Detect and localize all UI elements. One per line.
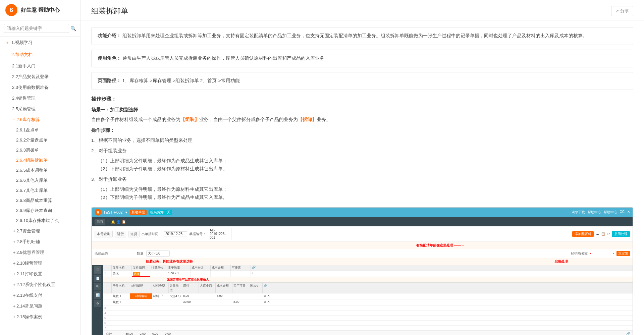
ss-docno-field[interactable]: AD-20191226-001 — [208, 228, 231, 240]
sidebar-item-coupon[interactable]: ＋ 2.9优惠券管理 — [0, 247, 80, 258]
ss-icon-bar-item[interactable]: ☰ — [94, 266, 101, 274]
ss-td-action[interactable]: + — [251, 271, 260, 277]
sidebar-item-video[interactable]: ＋ 1.视频学习 — [0, 37, 80, 49]
sidebar-item-outbound[interactable]: 2.6.7其他出库单 — [0, 185, 80, 196]
sidebar-item-inventory[interactable]: － 2.6库存核算 — [0, 114, 80, 125]
ss-btd2-10[interactable]: ⊕ ✕ — [263, 299, 272, 305]
sidebar-item-transfer[interactable]: 2.6.3调拨单 — [0, 145, 80, 155]
ss-btd-10[interactable]: ⊕ ✕ — [263, 293, 272, 299]
ss-warehouse-field[interactable] — [111, 253, 134, 254]
ss-date-field[interactable]: 2019-12-28 — [164, 231, 187, 236]
sidebar-item-mobile[interactable]: ＋ 2.8手机旺铺 — [0, 236, 80, 247]
ss-nav-tab[interactable]: 组装拆卸一天 — [149, 210, 172, 215]
sidebar-sub-label: 2.12系统个性化设置 — [16, 282, 55, 288]
expand-icon: ＋ — [12, 292, 16, 298]
ss-icon-bar-item3[interactable]: 🔍 — [94, 283, 101, 290]
sidebar-item-label: 1.视频学习 — [11, 40, 33, 46]
sidebar-subsub-label: 2.6.3调拨单 — [16, 148, 39, 153]
ss-th-3: 计量单位 — [150, 265, 167, 271]
sidebar-sub-label: 2.4销售管理 — [12, 95, 36, 101]
ss-enable-btn[interactable]: 启用处理 — [612, 231, 630, 237]
ss-btd4-rest — [112, 311, 130, 315]
sidebar-item-inbound[interactable]: 2.6.6其他入库单 — [0, 175, 80, 185]
ss-btd-1: 规款 1 — [112, 293, 130, 299]
ss-new-doc-btn[interactable]: 新建单据 — [130, 210, 147, 215]
ss-btn-outbound[interactable]: 送货 — [128, 231, 140, 237]
ss-date-label: 出单据时间： — [142, 232, 162, 236]
ss-icon-bar-item2[interactable]: 📄 — [94, 275, 101, 282]
ss-td-cost2 — [211, 271, 231, 277]
sidebar-item-ledger[interactable]: 2.6.9库存账本查询 — [0, 206, 80, 216]
ss-btd2-2 — [130, 299, 152, 305]
sidebar-item-ledgererror[interactable]: 2.6.10库存账本错了么 — [0, 216, 80, 226]
sidebar-item-payment[interactable]: ＋ 2.13在线支付 — [0, 290, 80, 301]
ss-icon-bar-item4[interactable]: 📊 — [94, 291, 101, 299]
expand-icon: ＋ — [12, 228, 16, 234]
search-button[interactable]: 🔍 — [70, 26, 76, 31]
share-button[interactable]: ↗ 分享 — [611, 6, 633, 16]
ss-th-6: 成本金额 — [211, 265, 231, 271]
sidebar-item-sales[interactable]: 2.4销售管理 — [0, 93, 80, 104]
ss-brow2: 规款 2 30.00 8.00 ⊕ ✕ — [103, 299, 633, 305]
ss-sub-nav-icon2: 🔔 — [111, 220, 115, 224]
sidebar-item-funds[interactable]: ＋ 2.7资金管理 — [0, 226, 80, 236]
ss-form-label1: 仓储品类 — [95, 251, 108, 256]
ss-bth-7: 成本金额 — [216, 283, 232, 293]
ss-confirm-btn[interactable]: 立定发 — [616, 251, 630, 256]
ss-th-5: 成本合计 — [191, 265, 211, 271]
ss-icon-bar-item5[interactable]: ⚙ — [94, 300, 101, 307]
sidebar-item-install[interactable]: 2.2产品安装及登录 — [0, 71, 80, 82]
ops-steps2: 操作步骤： — [91, 126, 633, 134]
sidebar-item-stocktake[interactable]: 2.6.1盘点单 — [0, 125, 80, 135]
sidebar-subsub-label: 2.6.10库存账本错了么 — [16, 218, 59, 223]
ss-supplier-field[interactable] — [590, 253, 614, 254]
sidebar-subsub-label: 2.6.2分量盘点单 — [16, 137, 48, 143]
expand-icon: ＋ — [5, 40, 9, 46]
ss-btd3-3 — [152, 305, 169, 310]
ss-assembly-list-btn[interactable]: 添加配置料 — [572, 231, 594, 237]
sidebar-item-docs[interactable]: － 2.帮助文档 — [0, 49, 80, 61]
main-content: 组装拆卸单 ↗ 分享 功能介绍： 组装拆卸单用来处理企业组装或拆卸等加工业务，支… — [80, 0, 644, 335]
ss-topbar-left: 6 TEST-H002 ▼ 新建单据 组装拆卸一天 — [95, 209, 172, 216]
ss-brow1: 规款 1 材料编码 材料+子 5(注4.1) 8.00 8.00 ⊕ ✕ — [103, 293, 633, 299]
ss-sub-nav-item[interactable]: 自首 — [95, 219, 105, 225]
ss-td-code[interactable]: 选择 — [132, 271, 150, 277]
ss-brow7: 7 — [103, 326, 633, 331]
ss-btd5-0: 5 — [103, 316, 112, 320]
sidebar-item-partial[interactable]: 2.6.2分量盘点单 — [0, 135, 80, 145]
ss-btd2-8: 8.00 — [232, 299, 249, 305]
sidebar-item-faq[interactable]: ＋ 2.14常见问题 — [0, 301, 80, 312]
ss-btd2-4 — [169, 299, 182, 305]
sidebar-item-print[interactable]: ＋ 2.11打印设置 — [0, 269, 80, 279]
ss-help: 帮助中心 — [588, 210, 601, 215]
ss-btd3-5 — [182, 305, 199, 310]
sidebar-item-data[interactable]: 2.3使用前数据准备 — [0, 82, 80, 93]
ss-btn-type[interactable]: 本号查询 — [95, 231, 113, 237]
sidebar-item-purchase[interactable]: 2.5采购管理 — [0, 104, 80, 114]
sidebar-subsub-label: 2.6.6其他入库单 — [16, 178, 48, 183]
sidebar-item-costrecalc[interactable]: 2.6.8商品成本重算 — [0, 196, 80, 206]
sidebar-item-cost[interactable]: 2.6.5成本调整单 — [0, 165, 80, 175]
sidebar-item-assembly[interactable]: 2.6.4组装拆卸单 — [0, 155, 80, 165]
ss-annotation-row2: 组装业务、拆卸业务在这里选择 启用处理 — [92, 258, 633, 265]
ss-annotation-row3: 无固定清单可以直接在这里录入 — [103, 277, 633, 282]
sidebar-item-settings[interactable]: ＋ 2.12系统个性化设置 — [0, 279, 80, 290]
sidebar-subsub-label: 2.6.9库存账本查询 — [16, 208, 52, 213]
path-text: 1、库存核算->库存管理->组装拆卸单 2、首页->常用功能 — [122, 78, 240, 83]
ss-qty-field[interactable]: 大小 3/6 — [146, 250, 170, 257]
sidebar-item-newbie[interactable]: 2.1新手入门 — [0, 61, 80, 71]
ss-btd2-0 — [103, 299, 112, 305]
search-input[interactable] — [4, 24, 69, 33]
ss-left-icon-bar: ☰ 📄 🔍 📊 ⚙ — [92, 265, 103, 335]
ss-btn-inbound[interactable]: 进货 — [115, 231, 126, 237]
sidebar-item-ops[interactable]: ＋ 2.10经营管理 — [0, 258, 80, 269]
main-header: 组装拆卸单 ↗ 分享 — [80, 0, 644, 20]
step2-sub1: （1）上部明细为父件明细，最终作为产成品生成其它入库单； — [98, 157, 633, 165]
sidebar-item-cases[interactable]: ＋ 2.15操作案例 — [0, 312, 80, 322]
ss-close[interactable]: ✕ — [627, 210, 630, 215]
ss-brow5: 5 — [103, 316, 633, 321]
ss-btd3-8 — [232, 305, 249, 310]
sidebar-subsub-label: 2.6.7其他出库单 — [16, 188, 48, 193]
search-box[interactable]: 🔍 — [0, 20, 80, 37]
expand-icon: ＋ — [12, 271, 16, 277]
